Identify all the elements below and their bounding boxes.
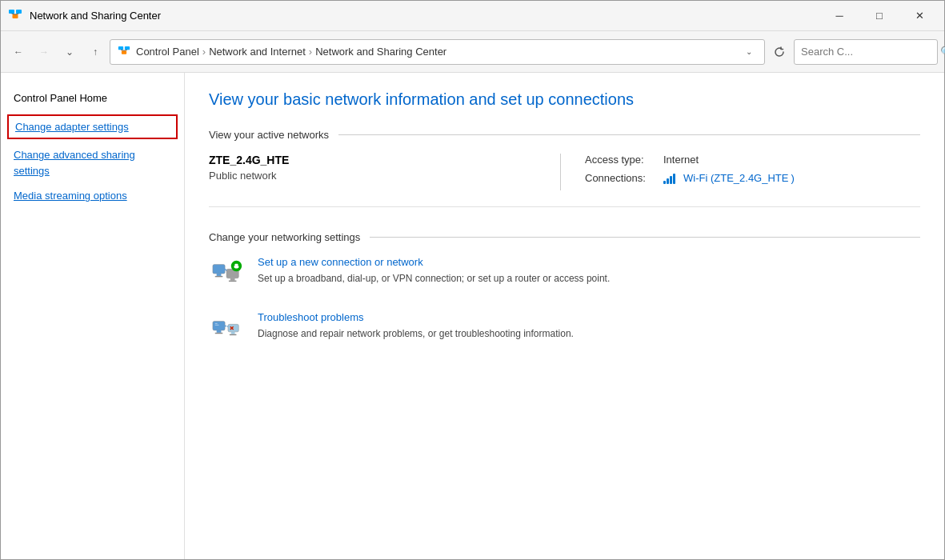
- change-networking-header: Change your networking settings: [209, 231, 920, 243]
- troubleshoot-link[interactable]: Troubleshoot problems: [258, 311, 920, 323]
- svg-rect-20: [212, 321, 224, 330]
- active-networks-label: View your active networks: [209, 129, 329, 141]
- content-area: View your basic network information and …: [185, 73, 944, 559]
- connections-row: Connections: Wi-Fi (ZTE_2.4G_HTE): [585, 172, 920, 184]
- svg-rect-5: [118, 46, 123, 49]
- address-input-wrapper[interactable]: Control Panel › Network and Internet › N…: [110, 39, 765, 65]
- svg-rect-11: [216, 274, 221, 276]
- breadcrumb-current: Network and Sharing Center: [315, 46, 446, 58]
- svg-rect-26: [230, 331, 234, 334]
- window-icon: [7, 8, 23, 24]
- svg-rect-18: [234, 266, 238, 268]
- search-input[interactable]: [801, 46, 935, 58]
- svg-rect-6: [125, 46, 130, 49]
- svg-rect-22: [214, 332, 222, 333]
- search-icon: 🔍: [940, 46, 945, 58]
- troubleshoot-icon: [209, 311, 245, 347]
- access-type-row: Access type: Internet: [585, 154, 920, 166]
- svg-line-3: [12, 14, 16, 14]
- window-title: Network and Sharing Center: [30, 10, 821, 22]
- network-info-right: Access type: Internet Connections: Wi-Fi: [561, 154, 920, 190]
- sidebar-item-media-streaming[interactable]: Media streaming options: [1, 183, 184, 209]
- close-button[interactable]: ✕: [901, 4, 938, 28]
- svg-rect-0: [9, 10, 14, 14]
- section-divider: [338, 134, 920, 135]
- svg-rect-1: [16, 10, 22, 14]
- network-name: ZTE_2.4G_HTE: [209, 154, 544, 166]
- new-connection-text: Set up a new connection or network Set u…: [258, 256, 920, 286]
- new-connection-description: Set up a broadband, dial-up, or VPN conn…: [258, 273, 610, 284]
- address-bar: ← → ⌄ ↑ Control Panel › Network and Inte…: [1, 31, 944, 73]
- svg-rect-25: [227, 324, 238, 332]
- connections-label: Connections:: [585, 172, 657, 184]
- title-bar: Network and Sharing Center ─ □ ✕: [1, 1, 944, 31]
- active-networks-content: ZTE_2.4G_HTE Public network Access type:…: [209, 154, 920, 207]
- svg-rect-2: [13, 14, 18, 18]
- svg-rect-12: [214, 275, 222, 276]
- breadcrumb-network-internet[interactable]: Network and Internet: [209, 46, 306, 58]
- svg-rect-7: [122, 50, 126, 54]
- troubleshoot-description: Diagnose and repair network problems, or…: [258, 328, 574, 339]
- forward-button[interactable]: →: [33, 41, 55, 63]
- sidebar-item-change-advanced[interactable]: Change advanced sharing settings: [1, 142, 184, 183]
- svg-line-8: [121, 50, 124, 50]
- access-type-value: Internet: [663, 154, 699, 166]
- wifi-connection-link[interactable]: Wi-Fi (ZTE_2.4G_HTE): [683, 172, 795, 184]
- svg-line-9: [124, 50, 127, 50]
- sidebar-item-change-adapter[interactable]: Change adapter settings: [7, 114, 178, 140]
- window-controls: ─ □ ✕: [821, 4, 938, 28]
- minimize-button[interactable]: ─: [821, 4, 858, 28]
- svg-rect-27: [229, 334, 236, 334]
- breadcrumb: Control Panel › Network and Internet › N…: [136, 46, 735, 58]
- svg-rect-14: [230, 278, 234, 280]
- svg-rect-10: [212, 264, 224, 273]
- svg-rect-21: [216, 330, 221, 332]
- main-content: Control Panel Home Change adapter settin…: [1, 73, 944, 559]
- new-connection-item: Set up a new connection or network Set u…: [209, 256, 920, 292]
- troubleshoot-text: Troubleshoot problems Diagnose and repai…: [258, 311, 920, 341]
- sidebar-item-control-panel-home[interactable]: Control Panel Home: [1, 86, 184, 111]
- networking-settings-section: Change your networking settings: [209, 231, 920, 347]
- active-networks-header: View your active networks: [209, 129, 920, 141]
- network-type: Public network: [209, 170, 544, 182]
- new-connection-icon: [209, 256, 245, 292]
- sidebar: Control Panel Home Change adapter settin…: [1, 73, 185, 559]
- maximize-button[interactable]: □: [861, 4, 898, 28]
- change-networking-label: Change your networking settings: [209, 231, 360, 243]
- svg-line-4: [15, 14, 19, 14]
- svg-rect-15: [228, 280, 236, 281]
- page-title: View your basic network information and …: [209, 89, 920, 110]
- new-connection-link[interactable]: Set up a new connection or network: [258, 256, 920, 268]
- window: Network and Sharing Center ─ □ ✕ ← → ⌄ ↑: [0, 0, 945, 560]
- access-type-label: Access type:: [585, 154, 657, 166]
- refresh-button[interactable]: [768, 41, 791, 63]
- troubleshoot-item: Troubleshoot problems Diagnose and repai…: [209, 311, 920, 347]
- address-icon: [117, 45, 131, 59]
- network-info-left: ZTE_2.4G_HTE Public network: [209, 154, 561, 190]
- up-button[interactable]: ↑: [84, 41, 106, 63]
- down-button[interactable]: ⌄: [58, 41, 81, 63]
- search-box[interactable]: 🔍: [794, 39, 938, 65]
- address-dropdown-button[interactable]: ⌄: [740, 42, 758, 62]
- breadcrumb-control-panel[interactable]: Control Panel: [136, 46, 199, 58]
- back-button[interactable]: ←: [7, 41, 30, 63]
- wifi-signal-icon: [663, 173, 675, 184]
- svg-line-19: [225, 269, 226, 270]
- section-divider-2: [370, 237, 920, 238]
